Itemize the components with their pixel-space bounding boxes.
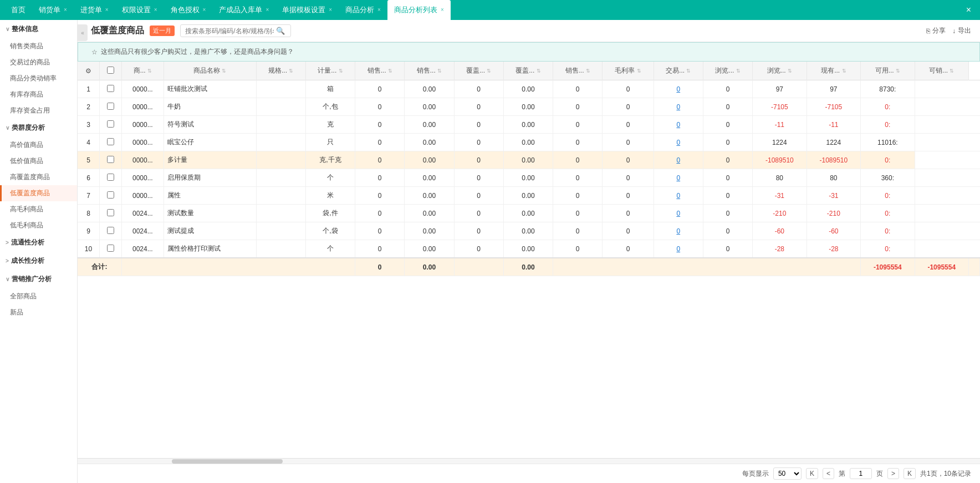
sidebar-item-low-coverage[interactable]: 低覆盖度商品	[0, 185, 77, 201]
share-button[interactable]: ⎘ 分享	[926, 26, 946, 35]
nav-product-inbound[interactable]: 产成品入库单×	[212, 0, 275, 20]
cell-link[interactable]: 0	[654, 116, 703, 134]
sidebar-section-overall[interactable]: ∨ 整体信息	[0, 20, 77, 38]
col-sales3[interactable]: 销售... ⇅	[553, 62, 603, 80]
col-coverage2[interactable]: 覆盖... ⇅	[503, 62, 553, 80]
col-checkbox[interactable]	[100, 62, 122, 80]
row-checkbox[interactable]	[107, 227, 114, 234]
search-input[interactable]	[185, 27, 274, 35]
col-margin[interactable]: 毛利率 ⇅	[603, 62, 654, 80]
sidebar-item-capital[interactable]: 库存资金占用	[0, 103, 77, 119]
cell-link[interactable]: 0	[654, 151, 703, 169]
sidebar-item-stock-goods[interactable]: 有库存商品	[0, 87, 77, 103]
prev-page-button[interactable]: <	[823, 468, 834, 479]
nav-purchase[interactable]: 进货单×	[74, 0, 115, 20]
cell-link[interactable]: 0	[654, 98, 703, 116]
nav-product-analysis-close[interactable]: ×	[377, 0, 381, 20]
nav-close-all-button[interactable]: ×	[962, 5, 976, 15]
row-checkbox[interactable]	[107, 138, 114, 145]
col-unit[interactable]: 计量... ⇅	[305, 62, 355, 80]
sidebar-item-all-goods[interactable]: 全部商品	[0, 288, 77, 304]
page-size-select[interactable]: 50 100 200	[773, 467, 802, 480]
sidebar-section-marketing[interactable]: ∨ 营销推广分析	[0, 270, 77, 288]
search-icon[interactable]: 🔍	[276, 27, 285, 35]
select-all-checkbox[interactable]	[107, 67, 114, 74]
cell-check[interactable]	[100, 116, 122, 134]
sidebar-item-sales-goods[interactable]: 销售类商品	[0, 38, 77, 54]
sidebar-item-high-value[interactable]: 高价值商品	[0, 137, 77, 153]
cell-check[interactable]	[100, 169, 122, 187]
nav-purchase-close[interactable]: ×	[105, 0, 109, 20]
row-checkbox[interactable]	[107, 209, 114, 216]
nav-home[interactable]: 首页	[4, 0, 32, 20]
sidebar-item-high-margin[interactable]: 高毛利商品	[0, 201, 77, 217]
cell-link[interactable]: 0	[654, 187, 703, 205]
col-name[interactable]: 商品名称 ⇅	[164, 62, 256, 80]
sidebar-item-category-rate[interactable]: 商品分类动销率	[0, 70, 77, 87]
sidebar-item-traded-goods[interactable]: 交易过的商品	[0, 54, 77, 70]
row-checkbox[interactable]	[107, 245, 114, 252]
sidebar-collapse-button[interactable]: «	[78, 24, 88, 41]
last-page-button[interactable]: K	[904, 468, 916, 479]
horizontal-scrollbar[interactable]	[78, 458, 980, 464]
row-checkbox[interactable]	[107, 174, 114, 181]
time-filter-tag[interactable]: 近一月	[150, 26, 175, 36]
nav-product-analysis-list[interactable]: 商品分析列表×	[387, 0, 451, 20]
cell-check[interactable]	[100, 98, 122, 116]
cell-check[interactable]	[100, 134, 122, 151]
sidebar-item-low-margin[interactable]: 低毛利商品	[0, 217, 77, 233]
scrollbar-thumb[interactable]	[172, 459, 283, 464]
nav-sales[interactable]: 销货单×	[32, 0, 74, 20]
sidebar-item-new-goods[interactable]: 新品	[0, 304, 77, 321]
page-number-input[interactable]	[850, 468, 872, 479]
col-coverage1[interactable]: 覆盖... ⇅	[454, 62, 503, 80]
col-transaction[interactable]: 交易... ⇅	[654, 62, 703, 80]
col-current-stock[interactable]: 现有... ⇅	[807, 62, 860, 80]
sidebar-section-circulation[interactable]: > 流通性分析	[0, 233, 77, 252]
col-available-stock[interactable]: 可用... ⇅	[861, 62, 915, 80]
export-button[interactable]: ↓ 导出	[952, 26, 971, 35]
cell-check[interactable]	[100, 80, 122, 98]
sidebar-section-growth[interactable]: > 成长性分析	[0, 252, 77, 270]
col-sales1[interactable]: 销售... ⇅	[355, 62, 405, 80]
nav-product-inbound-close[interactable]: ×	[266, 0, 269, 20]
cell-link[interactable]: 0	[654, 134, 703, 151]
nav-product-analysis[interactable]: 商品分析×	[339, 0, 387, 20]
row-checkbox[interactable]	[107, 103, 114, 110]
col-code[interactable]: 商... ⇅	[121, 62, 164, 80]
row-checkbox[interactable]	[107, 156, 114, 163]
col-sales2[interactable]: 销售... ⇅	[405, 62, 454, 80]
cell-check[interactable]	[100, 151, 122, 169]
row-checkbox[interactable]	[107, 191, 114, 199]
nav-roles[interactable]: 角色授权×	[164, 0, 213, 20]
col-browse2[interactable]: 浏览... ⇅	[753, 62, 807, 80]
cell-link[interactable]: 0	[654, 205, 703, 222]
cell-link[interactable]: 0	[654, 169, 703, 187]
nav-permissions[interactable]: 权限设置×	[115, 0, 164, 20]
col-browse1[interactable]: 浏览... ⇅	[703, 62, 752, 80]
nav-roles-close[interactable]: ×	[203, 0, 206, 20]
table-container[interactable]: ⚙ 商... ⇅ 商品名称 ⇅ 规格... ⇅ 计量... ⇅ 销售... ⇅ …	[78, 62, 980, 458]
cell-check[interactable]	[100, 187, 122, 205]
nav-template[interactable]: 单据模板设置×	[275, 0, 339, 20]
cell-link[interactable]: 0	[654, 222, 703, 240]
cell-link[interactable]: 0	[654, 80, 703, 98]
sidebar-item-high-coverage[interactable]: 高覆盖度商品	[0, 169, 77, 185]
nav-template-close[interactable]: ×	[329, 0, 332, 20]
sidebar-item-low-value[interactable]: 低价值商品	[0, 153, 77, 169]
cell-check[interactable]	[100, 222, 122, 240]
cell-check[interactable]	[100, 240, 122, 258]
cell-link[interactable]: 0	[654, 240, 703, 258]
search-box[interactable]: 🔍	[180, 24, 291, 37]
col-sellable-stock[interactable]: 可销... ⇅	[915, 62, 968, 80]
row-checkbox[interactable]	[107, 120, 114, 128]
row-checkbox[interactable]	[107, 85, 114, 92]
sidebar-section-cluster[interactable]: ∨ 类群度分析	[0, 119, 77, 137]
nav-sales-close[interactable]: ×	[64, 0, 67, 20]
nav-permissions-close[interactable]: ×	[154, 0, 157, 20]
next-page-button[interactable]: >	[887, 468, 899, 479]
cell-check[interactable]	[100, 205, 122, 222]
col-spec[interactable]: 规格... ⇅	[256, 62, 305, 80]
first-page-button[interactable]: K	[806, 468, 818, 479]
nav-product-analysis-list-close[interactable]: ×	[441, 0, 444, 20]
